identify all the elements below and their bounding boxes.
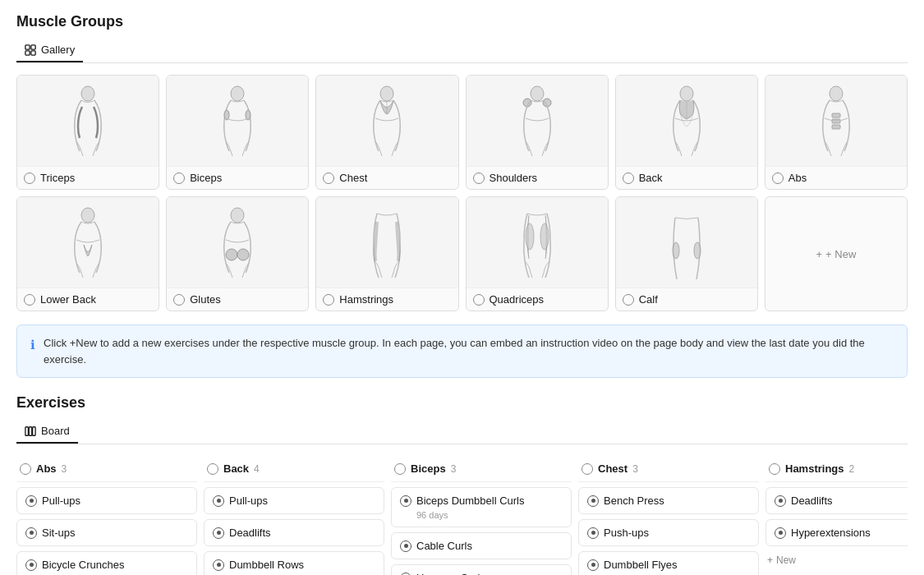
body-svg-abs <box>811 84 861 158</box>
exercise-name: Sit-ups <box>42 527 75 539</box>
page-container: Muscle Groups Gallery <box>0 0 924 575</box>
column-header-back: Back 4 <box>204 456 384 482</box>
col-count-abs: 3 <box>62 463 67 475</box>
svg-point-7 <box>246 110 251 120</box>
gallery-tab-bar: Gallery <box>16 39 908 63</box>
muscle-card-calf[interactable]: Calf <box>615 196 758 311</box>
exercise-dumbbell-curls[interactable]: Biceps Dumbbell Curls 96 days <box>391 487 572 527</box>
muscle-label-quadriceps: Quadriceps <box>467 288 608 310</box>
body-svg-calf <box>662 205 711 279</box>
muscle-img-calf <box>616 197 757 288</box>
exercise-deadlifts-back[interactable]: Deadlifts <box>204 519 384 546</box>
tab-gallery[interactable]: Gallery <box>16 39 83 62</box>
exercise-dumbbell-flyes[interactable]: Dumbbell Flyes <box>578 551 759 575</box>
muscle-name-biceps: Biceps <box>190 172 222 184</box>
exercise-push-ups[interactable]: Push-ups <box>578 519 759 546</box>
muscle-name-quadriceps: Quadriceps <box>490 293 544 306</box>
muscle-card-shoulders[interactable]: Shoulders <box>466 75 609 190</box>
exercise-bicycle-crunches[interactable]: Bicycle Crunches <box>16 551 197 575</box>
exercise-name: Biceps Dumbbell Curls <box>416 494 525 507</box>
svg-rect-2 <box>25 50 30 54</box>
exercise-icon <box>587 495 599 507</box>
exercise-title: Hyperextensions <box>775 527 908 539</box>
tab-board[interactable]: Board <box>16 420 78 444</box>
muscle-label-shoulders: Shoulders <box>467 166 608 189</box>
add-new-hamstrings[interactable]: + New <box>765 551 908 569</box>
exercise-title: Hammer Curls <box>400 572 563 575</box>
col-name-abs: Abs <box>36 462 57 475</box>
body-svg-hamstrings <box>362 205 411 279</box>
exercise-pull-ups-back[interactable]: Pull-ups <box>204 487 384 514</box>
svg-rect-18 <box>832 125 840 129</box>
board-column-chest: Chest 3 Bench Press Push-ups <box>578 456 759 575</box>
exercise-sit-ups[interactable]: Sit-ups <box>16 519 197 546</box>
muscle-card-chest[interactable]: Chest <box>315 75 458 190</box>
muscle-card-abs[interactable]: Abs <box>765 75 908 190</box>
muscle-groups-title: Muscle Groups <box>16 13 908 30</box>
muscle-card-quadriceps[interactable]: Quadriceps <box>466 196 609 311</box>
svg-point-6 <box>224 110 229 120</box>
radio-quadriceps[interactable] <box>473 294 485 306</box>
radio-lower-back[interactable] <box>24 294 35 306</box>
body-svg-triceps <box>63 84 113 158</box>
body-svg-shoulders <box>513 84 562 158</box>
exercise-title: Pull-ups <box>213 494 375 507</box>
exercise-icon <box>587 559 599 571</box>
exercise-title: Deadlifts <box>213 527 375 539</box>
radio-hamstrings[interactable] <box>323 294 334 306</box>
body-svg-chest <box>362 84 411 158</box>
radio-back[interactable] <box>623 172 634 184</box>
info-text: Click +New to add a new exercises under … <box>44 335 894 367</box>
board-column-hamstrings: Hamstrings 2 Deadlifts Hyperextensions <box>765 456 908 575</box>
col-radio-chest <box>582 463 593 475</box>
exercise-title: Deadlifts <box>775 494 908 507</box>
col-count-chest: 3 <box>632 463 638 475</box>
muscle-card-back[interactable]: Back <box>615 75 758 190</box>
radio-triceps[interactable] <box>24 172 35 184</box>
svg-rect-28 <box>29 426 32 435</box>
exercise-pull-ups-abs[interactable]: Pull-ups <box>16 487 197 514</box>
radio-glutes[interactable] <box>173 294 185 306</box>
radio-shoulders[interactable] <box>473 172 485 184</box>
svg-point-25 <box>673 242 679 259</box>
info-icon: ℹ <box>30 336 35 367</box>
muscle-name-triceps: Triceps <box>40 172 75 184</box>
muscle-name-hamstrings: Hamstrings <box>339 293 393 306</box>
svg-point-24 <box>540 223 549 250</box>
muscle-card-triceps[interactable]: Triceps <box>16 75 159 190</box>
exercise-name: Bicycle Crunches <box>42 559 124 571</box>
exercise-name: Deadlifts <box>229 527 271 539</box>
exercise-deadlifts-hamstrings[interactable]: Deadlifts <box>765 487 908 514</box>
exercise-dumbbell-rows[interactable]: Dumbbell Rows 96 days <box>204 551 384 575</box>
gallery-icon <box>25 44 36 56</box>
new-muscle-label: + New <box>825 248 856 260</box>
new-muscle-card[interactable]: + + New <box>765 196 908 311</box>
radio-biceps[interactable] <box>173 172 185 184</box>
muscle-card-hamstrings[interactable]: Hamstrings <box>315 196 458 311</box>
col-count-biceps: 3 <box>451 463 457 475</box>
muscle-img-biceps <box>167 76 308 166</box>
muscle-card-lower-back[interactable]: Lower Back <box>16 196 159 311</box>
muscle-label-abs: Abs <box>765 166 907 189</box>
svg-point-21 <box>226 249 237 260</box>
exercise-hammer-curls[interactable]: Hammer Curls <box>391 564 572 575</box>
radio-abs[interactable] <box>772 172 784 184</box>
svg-point-8 <box>380 86 393 101</box>
exercise-hyperextensions[interactable]: Hyperextensions <box>765 519 908 546</box>
exercise-title: Sit-ups <box>25 527 188 539</box>
exercise-icon <box>775 495 786 507</box>
radio-chest[interactable] <box>323 172 334 184</box>
exercise-title: Bicycle Crunches <box>25 559 188 571</box>
muscle-label-biceps: Biceps <box>167 166 308 189</box>
muscle-card-biceps[interactable]: Biceps <box>166 75 309 190</box>
muscle-label-glutes: Glutes <box>167 288 308 310</box>
muscle-name-back: Back <box>639 172 663 184</box>
exercise-cable-curls[interactable]: Cable Curls <box>391 532 572 559</box>
radio-calf[interactable] <box>623 294 634 306</box>
body-svg-glutes <box>213 205 262 279</box>
muscle-card-glutes[interactable]: Glutes <box>166 196 309 311</box>
exercise-icon <box>25 495 37 507</box>
muscle-img-glutes <box>167 197 308 288</box>
exercise-bench-press[interactable]: Bench Press <box>578 487 759 514</box>
exercise-icon <box>213 559 224 571</box>
